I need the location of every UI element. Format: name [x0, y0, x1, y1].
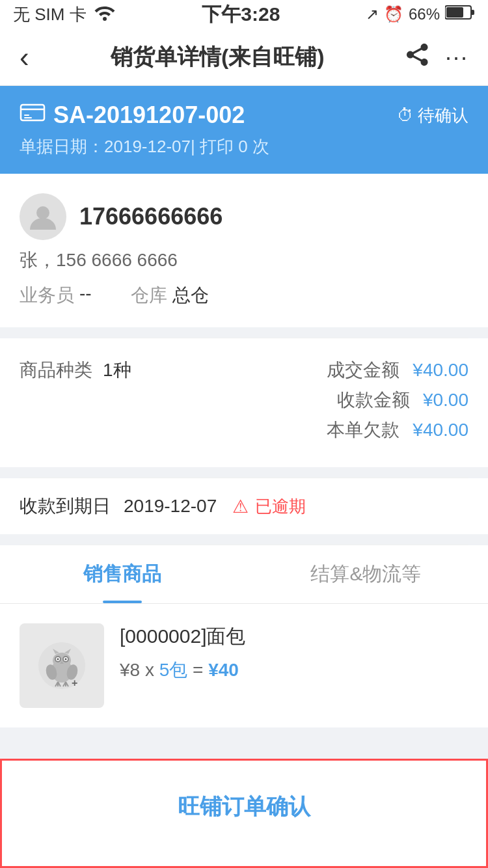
- arrears-row: 本单欠款 ¥40.00: [327, 418, 468, 442]
- warehouse-value: 总仓: [172, 283, 209, 308]
- status-bar: 无 SIM 卡 下午3:28 ↗ ⏰ 66%: [0, 0, 488, 29]
- salesman-info: 业务员 --: [20, 283, 92, 308]
- product-section: + [0000002]面包 ¥8 x 5包 = ¥40: [0, 604, 488, 727]
- back-button[interactable]: ‹: [20, 41, 29, 74]
- status-left: 无 SIM 卡: [13, 3, 116, 26]
- summary-category: 商品种类 1种: [20, 358, 131, 383]
- svg-point-4: [36, 206, 49, 219]
- order-id: SA-20191207-002: [20, 102, 245, 129]
- page-title: 销货单详情(来自旺铺): [111, 42, 325, 72]
- customer-meta: 业务员 -- 仓库 总仓: [20, 283, 468, 308]
- amount-row: 成交金额 ¥40.00: [327, 358, 468, 383]
- received-label: 收款金额: [337, 388, 410, 413]
- confirm-button-wrapper: 旺铺订单确认: [0, 759, 488, 868]
- status-right: ↗ ⏰ 66%: [366, 5, 475, 24]
- status-time: 下午3:28: [202, 1, 280, 28]
- received-row: 收款金额 ¥0.00: [327, 388, 468, 413]
- order-header-top: SA-20191207-002 ⏱ 待确认: [20, 102, 468, 129]
- overdue-badge: ⚠ 已逾期: [232, 495, 306, 518]
- arrears-value: ¥40.00: [413, 420, 468, 441]
- qty-text: 5包: [159, 660, 188, 680]
- summary-left: 商品种类 1种: [20, 358, 131, 383]
- product-price: ¥8 x 5包 = ¥40: [120, 658, 468, 683]
- price-total: ¥40: [208, 660, 239, 680]
- due-section: 收款到期日 2019-12-07 ⚠ 已逾期: [0, 478, 488, 534]
- tabs-section: 销售商品 结算&物流等: [0, 545, 488, 604]
- tab-settlement[interactable]: 结算&物流等: [244, 545, 488, 603]
- equals-text: =: [187, 660, 208, 680]
- tab-products[interactable]: 销售商品: [0, 545, 244, 603]
- wifi-icon: [93, 4, 116, 25]
- battery-icon: [445, 5, 475, 24]
- product-name: [0000002]面包: [120, 623, 468, 650]
- summary-section: 商品种类 1种 成交金额 ¥40.00 收款金额 ¥0.00 本单欠款 ¥40.…: [0, 338, 488, 467]
- category-label: 商品种类: [20, 358, 92, 383]
- order-header: SA-20191207-002 ⏱ 待确认 单据日期：2019-12-07| 打…: [0, 86, 488, 174]
- avatar: [20, 193, 66, 240]
- alarm-icon: ⏰: [384, 5, 403, 23]
- salesman-value: --: [79, 283, 92, 308]
- order-date: 单据日期：2019-12-07| 打印 0 次: [20, 135, 468, 158]
- customer-top: 17666666666: [20, 193, 468, 240]
- received-value: ¥0.00: [423, 390, 468, 411]
- amount-label: 成交金额: [327, 358, 400, 383]
- nav-bar: ‹ 销货单详情(来自旺铺) ···: [0, 29, 488, 86]
- svg-rect-1: [471, 10, 474, 15]
- battery-text: 66%: [409, 5, 440, 23]
- amount-value: ¥40.00: [413, 360, 468, 381]
- svg-point-13: [65, 658, 67, 660]
- share-button[interactable]: [406, 43, 429, 72]
- clock-icon: ⏱: [397, 105, 414, 126]
- warning-icon: ⚠: [232, 496, 249, 517]
- svg-point-12: [57, 658, 59, 660]
- order-status: ⏱ 待确认: [397, 104, 468, 127]
- location-icon: ↗: [366, 5, 379, 23]
- confirm-order-button[interactable]: 旺铺订单确认: [21, 774, 467, 840]
- order-icon: [20, 102, 46, 129]
- no-sim-text: 无 SIM 卡: [13, 3, 87, 26]
- warehouse-info: 仓库 总仓: [131, 283, 209, 308]
- salesman-label: 业务员: [20, 283, 74, 308]
- due-date: 2019-12-07: [124, 496, 217, 517]
- category-value: 1种: [103, 358, 131, 383]
- more-button[interactable]: ···: [445, 44, 468, 71]
- svg-rect-2: [446, 7, 463, 18]
- customer-phone: 17666666666: [79, 203, 223, 230]
- customer-name: 张，156 6666 6666: [20, 248, 468, 273]
- price-prefix: ¥8 x: [120, 660, 159, 680]
- due-label: 收款到期日: [20, 494, 111, 519]
- svg-text:+: +: [72, 677, 77, 688]
- summary-right: 成交金额 ¥40.00 收款金额 ¥0.00 本单欠款 ¥40.00: [327, 358, 468, 448]
- arrears-label: 本单欠款: [327, 418, 400, 442]
- warehouse-label: 仓库: [131, 283, 167, 308]
- overdue-text: 已逾期: [255, 495, 306, 518]
- nav-actions: ···: [406, 43, 468, 72]
- product-thumbnail: +: [20, 623, 104, 708]
- customer-section: 17666666666 张，156 6666 6666 业务员 -- 仓库 总仓: [0, 174, 488, 327]
- product-info: [0000002]面包 ¥8 x 5包 = ¥40: [120, 623, 468, 683]
- product-item: + [0000002]面包 ¥8 x 5包 = ¥40: [0, 604, 488, 727]
